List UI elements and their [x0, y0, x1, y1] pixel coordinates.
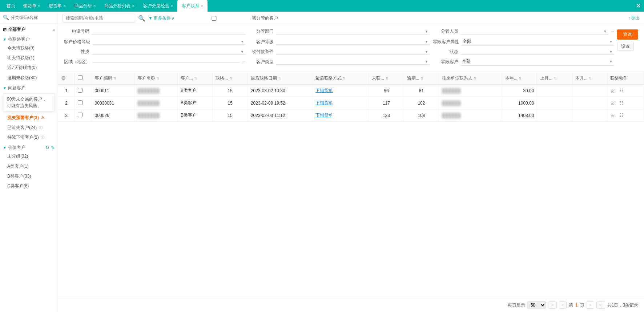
region-select[interactable]: [92, 61, 240, 63]
manager-more-icon[interactable]: ···: [611, 29, 614, 34]
tab-sales-close[interactable]: ×: [38, 4, 40, 8]
sidebar-item-declining[interactable]: 持续下滑客户(2) ⓘ: [0, 133, 58, 142]
sidebar-search-input[interactable]: [11, 15, 58, 20]
status-select[interactable]: ▼: [460, 49, 614, 55]
th-this-year[interactable]: 本年... ⇅: [502, 72, 537, 85]
tab-goods-list-close[interactable]: ×: [132, 4, 134, 8]
query-button[interactable]: 查询: [617, 29, 638, 40]
retail-attr-select[interactable]: 全部 ▼: [461, 38, 614, 46]
action-more-icon-2[interactable]: ⠿: [620, 113, 623, 118]
th-code[interactable]: 客户编码 ⇅: [92, 72, 134, 85]
th-last-month[interactable]: 上月... ⇅: [537, 72, 572, 85]
sidebar-item-churn-warning[interactable]: 流失预警客户(3) ⚠: [0, 113, 58, 123]
sidebar-item-a-class[interactable]: A类客户(1): [0, 162, 58, 171]
tab-customer-tier[interactable]: 客户分层经营 ×: [139, 0, 177, 12]
grade-select[interactable]: ▼: [276, 39, 430, 45]
value-edit-icon[interactable]: ✎: [51, 145, 55, 150]
sidebar: 🔍 ⊞ 全部客户 « ▼ 待联络客户 今天待联络(0) 明天待联络(1) 近7天…: [0, 12, 58, 312]
nature-select[interactable]: ▼: [92, 49, 245, 55]
tab-sales[interactable]: 销货单 ×: [19, 0, 44, 12]
price-grade-select[interactable]: ▼: [92, 39, 245, 45]
sidebar-item-tomorrow[interactable]: 明天待联络(1): [0, 53, 58, 63]
search-input[interactable]: [63, 14, 135, 23]
action-more-icon-1[interactable]: ⠿: [620, 100, 623, 106]
th-last-date[interactable]: 最后联络日期 ⇅: [247, 72, 312, 85]
section-value-customers[interactable]: ▼ 价值客户 ↻ ✎: [0, 142, 58, 151]
filter-panel: 电话号码 分管部门 ▼ 分管人员: [58, 25, 644, 72]
tab-purchase[interactable]: 进货单 ×: [44, 0, 70, 12]
tab-goods-list[interactable]: 商品分析列表 ×: [100, 0, 138, 12]
section-problem-label: 问题客户: [8, 85, 25, 91]
th-contact-label: 联络...: [216, 76, 228, 81]
sidebar-item-overdue[interactable]: 逾期未联络(30): [0, 73, 58, 83]
action-more-icon-0[interactable]: ⠿: [620, 88, 623, 94]
section-problem-customers[interactable]: ▼ 问题客户: [0, 83, 58, 92]
prev-page-button[interactable]: <: [559, 301, 567, 309]
action-contact-icon-2[interactable]: ☏: [610, 113, 617, 118]
tab-purchase-close[interactable]: ×: [63, 4, 65, 8]
sidebar-item-7days[interactable]: 近7天待联络(0): [0, 63, 58, 73]
tab-customer-contact-close[interactable]: ×: [201, 4, 203, 8]
settings-button[interactable]: 设置: [617, 42, 634, 51]
cell-contact-person-2: ██████ ...: [439, 109, 502, 122]
tab-customer-contact[interactable]: 客户联系 ×: [177, 0, 207, 12]
action-contact-icon-0[interactable]: ☏: [610, 88, 617, 94]
sidebar-item-overdue-label: 逾期未联络(30): [7, 75, 37, 80]
th-last-method[interactable]: 最后联络方式 ⇅: [312, 72, 369, 85]
th-contact[interactable]: 联络... ⇅: [213, 72, 247, 85]
my-customers-checkbox-label[interactable]: 我分管的客户: [178, 15, 278, 21]
gear-icon[interactable]: ⚙: [61, 75, 66, 81]
per-page-select[interactable]: 50 20 100: [527, 301, 546, 309]
sidebar-all-customers[interactable]: ⊞ 全部客户 «: [0, 24, 58, 34]
sidebar-item-b-class[interactable]: B类客户(33): [0, 171, 58, 181]
cell-contact-1: 15: [213, 97, 247, 109]
cell-date-0: 2023-03-02 10:30:: [247, 85, 312, 97]
cell-contact-0: 15: [213, 85, 247, 97]
cust-type-select[interactable]: ▼: [276, 59, 430, 65]
sidebar-item-c-class[interactable]: C类客户(6): [0, 181, 58, 191]
th-contact-person[interactable]: 往来单位联系人 ⇅: [439, 72, 502, 85]
payment-select[interactable]: ▼: [276, 49, 430, 55]
row-checkbox-1[interactable]: [78, 100, 82, 105]
collapse-icon[interactable]: «: [52, 27, 55, 32]
export-button[interactable]: ↑ 导出: [628, 15, 640, 21]
manager-select[interactable]: ▼: [460, 29, 608, 35]
phone-input[interactable]: [92, 28, 245, 35]
value-refresh-icon[interactable]: ↻: [45, 145, 49, 150]
next-page-button[interactable]: >: [587, 301, 594, 309]
row-checkbox-0[interactable]: [78, 88, 82, 93]
filter-more-button[interactable]: ▼ 更多条件 ∧: [148, 15, 175, 21]
first-page-button[interactable]: |<: [548, 301, 557, 309]
my-customers-checkbox[interactable]: [178, 16, 250, 21]
tab-goods-analysis-close[interactable]: ×: [93, 4, 96, 8]
th-overdue[interactable]: 逾期... ⇅: [404, 72, 439, 85]
tab-customer-tier-close[interactable]: ×: [171, 4, 173, 8]
region-more-icon[interactable]: ···: [242, 59, 245, 64]
cell-not-contacted-0: 96: [369, 85, 404, 97]
th-this-month[interactable]: 本月... ⇅: [572, 72, 607, 85]
cell-last-month-2: [537, 109, 572, 122]
tab-goods-analysis[interactable]: 商品分析 ×: [70, 0, 100, 12]
section-pending-contact[interactable]: ▼ 待联络客户: [0, 34, 58, 43]
row-checkbox-2[interactable]: [78, 113, 82, 117]
th-last-month-label: 上月...: [540, 76, 552, 81]
cell-method-2: 下销货单: [312, 109, 369, 122]
th-name[interactable]: 客户名称 ⇅: [134, 72, 177, 85]
retail-select[interactable]: 全部 ▼: [460, 58, 614, 66]
cell-this-month-1: [572, 97, 607, 109]
sidebar-item-ungrouped[interactable]: 未分组(32): [0, 151, 58, 161]
last-page-button[interactable]: >|: [596, 301, 605, 309]
sidebar-item-today[interactable]: 今天待联络(0): [0, 43, 58, 53]
action-contact-icon-1[interactable]: ☏: [610, 100, 617, 106]
sidebar-item-churned[interactable]: 已流失客户(24) ⓘ: [0, 123, 58, 133]
my-customers-label: 我分管的客户: [252, 15, 278, 21]
dept-select[interactable]: ▼: [276, 29, 430, 35]
select-all-checkbox[interactable]: [78, 75, 82, 80]
tab-home[interactable]: 首页: [3, 0, 19, 12]
th-not-contacted[interactable]: 未联... ⇅: [369, 72, 404, 85]
status-arrow-icon: ▼: [609, 50, 613, 54]
cell-contact-person-0: ██████ ...: [439, 85, 502, 97]
search-button[interactable]: 🔍: [138, 15, 145, 22]
window-close-icon[interactable]: ✕: [636, 2, 641, 10]
th-type[interactable]: 客户... ⇅: [177, 72, 212, 85]
